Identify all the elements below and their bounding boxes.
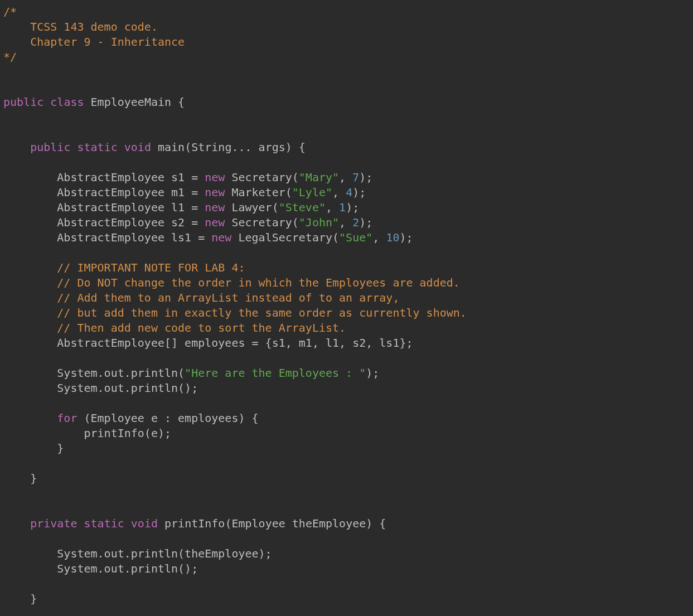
code-token-string: "Lyle" (292, 186, 332, 199)
code-token-plain: Secretary( (225, 171, 298, 184)
code-line: */ (3, 50, 17, 64)
code-token-comment: // Add them to an ArrayList instead of t… (57, 291, 399, 304)
code-line: private static void printInfo(Employee t… (3, 517, 386, 530)
code-line: TCSS 143 demo code. (3, 20, 158, 33)
code-token-keyword: void (131, 517, 158, 530)
code-token-plain: , (339, 171, 352, 184)
code-token-plain: ); (399, 231, 413, 244)
code-token-comment: // Then add new code to sort the ArrayLi… (57, 321, 346, 334)
code-token-keyword: new (205, 186, 225, 199)
code-line: System.out.println(theEmployee); (3, 547, 272, 560)
code-token-comment: // IMPORTANT NOTE FOR LAB 4: (57, 261, 245, 274)
code-token-plain: printInfo(e); (3, 426, 171, 440)
code-token-plain: LegalSecretary( (231, 231, 339, 244)
code-line (3, 502, 10, 515)
code-token-comment: */ (3, 50, 17, 64)
code-line (3, 487, 10, 500)
code-line (3, 110, 10, 124)
code-line: // IMPORTANT NOTE FOR LAB 4: (3, 261, 245, 274)
code-token-plain: , (372, 231, 386, 244)
code-line: public static void main(String... args) … (3, 140, 306, 154)
code-token-keyword: static (77, 140, 117, 154)
code-line (3, 246, 10, 259)
code-token-plain: AbstractEmployee s1 = (3, 171, 205, 184)
code-token-plain: } (3, 442, 64, 455)
code-token-plain: Secretary( (225, 216, 298, 229)
code-token-plain: AbstractEmployee[] employees = {s1, m1, … (3, 336, 413, 350)
code-token-plain: AbstractEmployee m1 = (3, 186, 205, 199)
code-token-plain (3, 291, 57, 304)
code-line: AbstractEmployee m1 = new Marketer("Lyle… (3, 186, 366, 199)
code-token-plain (124, 517, 131, 530)
code-token-plain: , (332, 186, 346, 199)
code-token-plain (43, 95, 50, 109)
code-token-num: 1 (339, 201, 346, 214)
code-token-keyword: new (205, 201, 225, 214)
code-line (3, 396, 10, 410)
code-token-keyword: class (50, 95, 84, 109)
code-line: } (3, 472, 37, 485)
code-token-keyword: new (211, 231, 231, 244)
code-line: // Then add new code to sort the ArrayLi… (3, 321, 346, 334)
code-token-plain: } (3, 472, 37, 485)
code-token-plain (3, 306, 57, 319)
code-line: AbstractEmployee ls1 = new LegalSecretar… (3, 231, 413, 244)
code-token-comment: /* (3, 5, 17, 18)
code-token-comment: // Do NOT change the order in which the … (57, 276, 459, 289)
code-token-plain (70, 140, 77, 154)
code-token-keyword: new (205, 171, 225, 184)
code-line: System.out.println("Here are the Employe… (3, 366, 379, 380)
code-token-num: 10 (386, 231, 399, 244)
code-line (3, 607, 10, 616)
code-line: public class EmployeeMain { (3, 95, 185, 109)
code-line (3, 351, 10, 365)
code-token-keyword: for (57, 411, 77, 425)
code-token-plain: , (339, 216, 352, 229)
code-token-plain: ); (366, 366, 379, 380)
code-token-plain (3, 140, 30, 154)
code-line: Chapter 9 - Inheritance (3, 35, 185, 48)
code-editor-view: /* TCSS 143 demo code. Chapter 9 - Inher… (0, 0, 693, 616)
code-token-comment: // but add them in exactly the same orde… (57, 306, 467, 319)
code-token-plain: System.out.println(); (3, 381, 198, 395)
code-token-keyword: static (84, 517, 124, 530)
code-token-plain: Marketer( (225, 186, 292, 199)
code-token-keyword: public (3, 95, 43, 109)
code-token-string: "John" (299, 216, 339, 229)
code-token-plain (3, 276, 57, 289)
code-token-plain: ); (359, 171, 372, 184)
code-token-string: "Steve" (279, 201, 326, 214)
code-line (3, 80, 10, 94)
code-token-comment: TCSS 143 demo code. (3, 20, 158, 33)
code-token-plain: AbstractEmployee ls1 = (3, 231, 211, 244)
code-token-plain: ); (359, 216, 372, 229)
code-line (3, 65, 10, 79)
code-token-plain (3, 411, 57, 425)
code-token-plain (3, 261, 57, 274)
code-token-string: "Here are the Employees : " (185, 366, 366, 380)
code-line: // Add them to an ArrayList instead of t… (3, 291, 399, 304)
code-line: System.out.println(); (3, 562, 198, 575)
code-token-num: 2 (352, 216, 359, 229)
code-line: AbstractEmployee[] employees = {s1, m1, … (3, 336, 413, 350)
code-line (3, 156, 10, 169)
code-line: printInfo(e); (3, 426, 171, 440)
code-token-comment: Chapter 9 - Inheritance (3, 35, 185, 48)
code-line: // Do NOT change the order in which the … (3, 276, 460, 289)
code-line: } (3, 592, 37, 605)
code-line (3, 125, 10, 139)
code-token-plain: System.out.println(theEmployee); (3, 547, 272, 560)
code-token-plain: ); (352, 186, 366, 199)
code-line: AbstractEmployee l1 = new Lawyer("Steve"… (3, 201, 359, 214)
code-token-plain: System.out.println(); (3, 562, 198, 575)
code-token-string: "Sue" (339, 231, 372, 244)
code-token-plain: AbstractEmployee l1 = (3, 201, 205, 214)
code-token-plain (3, 517, 30, 530)
code-token-keyword: private (30, 517, 77, 530)
code-token-num: 4 (346, 186, 352, 199)
code-line: System.out.println(); (3, 381, 198, 395)
code-token-keyword: void (124, 140, 151, 154)
code-token-keyword: new (205, 216, 225, 229)
code-token-plain: AbstractEmployee s2 = (3, 216, 205, 229)
code-token-plain (3, 321, 57, 334)
